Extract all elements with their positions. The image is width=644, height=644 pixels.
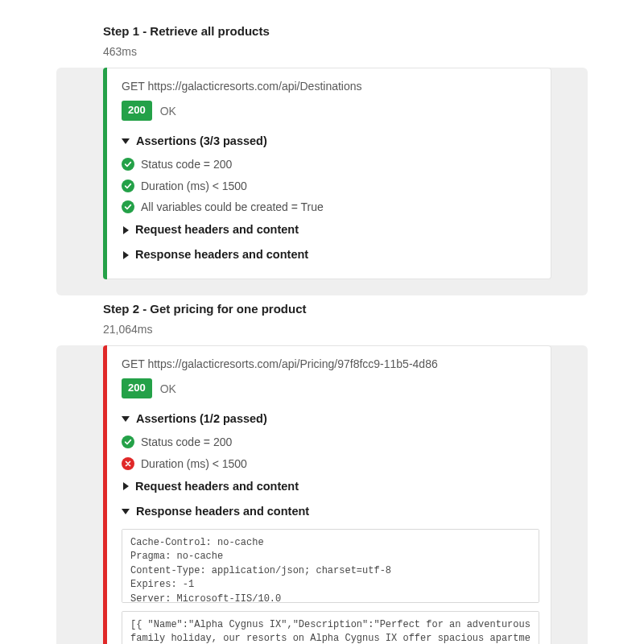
request-line: GET https://galacticresorts.com/api/Pric… — [122, 356, 539, 372]
section-label: Request headers and content — [135, 478, 299, 495]
status-text: OK — [160, 103, 176, 119]
chevron-right-icon — [123, 251, 129, 259]
chevron-right-icon — [123, 226, 129, 234]
section-label: Request headers and content — [135, 221, 299, 238]
step-title: Step 2 - Get pricing for one product — [103, 300, 644, 318]
assertions-header-label: Assertions (3/3 passed) — [136, 133, 267, 150]
section-label: Response headers and content — [135, 246, 308, 263]
status-code-badge: 200 — [122, 378, 152, 398]
step-duration: 463ms — [103, 43, 644, 60]
status-text: OK — [160, 381, 176, 397]
response-headers-toggle[interactable]: Response headers and content — [122, 499, 539, 524]
assertion-row: Duration (ms) < 1500 — [122, 453, 539, 474]
step-duration: 21,064ms — [103, 321, 644, 337]
check-icon — [122, 436, 134, 448]
check-icon — [122, 158, 134, 171]
status-code-badge: 200 — [122, 101, 152, 121]
chevron-right-icon — [123, 482, 129, 490]
assertion-row: Status code = 200 — [122, 431, 539, 452]
request-headers-toggle[interactable]: Request headers and content — [122, 217, 539, 242]
assertion-row: Duration (ms) < 1500 — [122, 175, 539, 196]
result-card-background: GET https://galacticresorts.com/api/Dest… — [56, 68, 588, 295]
response-headers-toggle[interactable]: Response headers and content — [122, 242, 539, 267]
chevron-down-icon — [122, 416, 130, 422]
assertion-row: Status code = 200 — [122, 154, 539, 175]
x-icon — [122, 457, 134, 470]
response-body-box[interactable]: [{ "Name":"Alpha Cygnus IX","Description… — [122, 611, 539, 644]
assertion-text: Duration (ms) < 1500 — [141, 456, 247, 472]
request-line: GET https://galacticresorts.com/api/Dest… — [122, 78, 539, 94]
chevron-down-icon — [122, 509, 130, 514]
assertion-text: Status code = 200 — [141, 434, 232, 450]
response-headers-box[interactable]: Cache-Control: no-cache Pragma: no-cache… — [122, 529, 539, 603]
assertion-text: Duration (ms) < 1500 — [141, 178, 247, 194]
assertion-text: All variables could be created = True — [141, 199, 324, 215]
request-headers-toggle[interactable]: Request headers and content — [122, 474, 539, 499]
result-card: GET https://galacticresorts.com/api/Dest… — [107, 68, 551, 279]
assertions-toggle[interactable]: Assertions (1/2 passed) — [122, 407, 539, 431]
assertions-toggle[interactable]: Assertions (3/3 passed) — [122, 129, 539, 154]
result-card: GET https://galacticresorts.com/api/Pric… — [107, 345, 551, 644]
step-title: Step 1 - Retrieve all products — [103, 23, 644, 40]
status-row: 200 OK — [122, 101, 539, 121]
status-row: 200 OK — [122, 378, 539, 398]
assertions-header-label: Assertions (1/2 passed) — [136, 411, 267, 427]
chevron-down-icon — [122, 138, 130, 144]
result-card-background: GET https://galacticresorts.com/api/Pric… — [56, 345, 588, 644]
assertion-text: Status code = 200 — [141, 156, 232, 172]
assertion-row: All variables could be created = True — [122, 196, 539, 217]
section-label: Response headers and content — [136, 503, 309, 520]
check-icon — [122, 180, 134, 192]
check-icon — [122, 200, 134, 213]
